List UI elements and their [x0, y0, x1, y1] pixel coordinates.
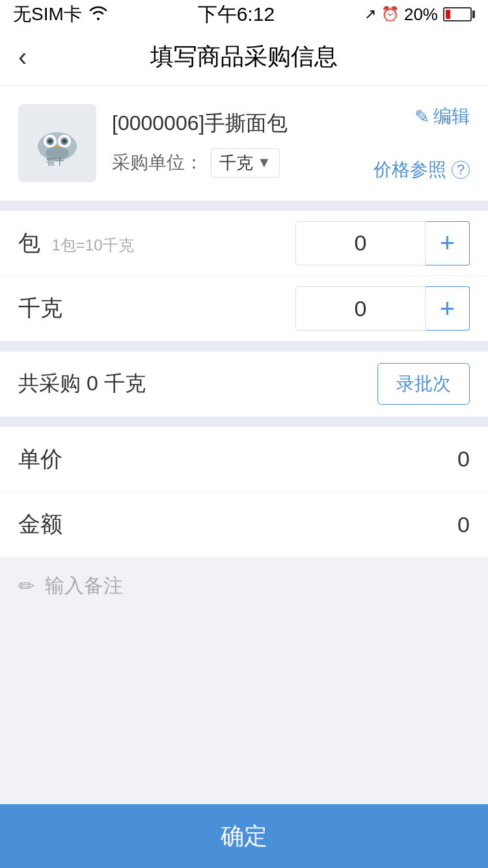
status-left: 无SIM卡 [13, 2, 108, 27]
bao-input-control: + [295, 221, 470, 265]
amount-value: 0 [457, 512, 470, 537]
summary-text: 共采购 0 千克 [18, 370, 146, 398]
bao-sublabel: 1包=10千克 [51, 236, 133, 254]
confirm-button[interactable]: 确定 [0, 804, 488, 868]
price-ref-button[interactable]: 价格参照 ? [373, 157, 470, 182]
back-button[interactable]: ‹ [18, 42, 27, 72]
separator-2 [0, 341, 488, 351]
status-time: 下午6:12 [198, 1, 275, 28]
amount-row: 金额 0 [0, 492, 488, 557]
unit-price-value: 0 [457, 446, 470, 472]
unit-label: 采购单位： [112, 150, 203, 175]
product-card: 智十 [0000006]手撕面包 采购单位： 千克 ▼ ✎ 编辑 价格参照 ? [0, 86, 488, 200]
kg-number-input[interactable] [295, 286, 426, 331]
summary-row: 共采购 0 千克 录批次 [0, 351, 488, 416]
battery-percent: 20% [404, 5, 438, 25]
notes-placeholder: 输入备注 [45, 573, 123, 599]
price-ref-label: 价格参照 [373, 157, 446, 182]
unit-price-label: 单价 [18, 444, 62, 474]
notes-icon: ✏ [18, 575, 34, 597]
dropdown-arrow-icon: ▼ [257, 154, 271, 171]
price-section: 单价 0 金额 0 [0, 427, 488, 557]
separator-1 [0, 200, 488, 211]
kg-plus-button[interactable]: + [426, 286, 470, 331]
separator-3 [0, 416, 488, 427]
svg-point-6 [62, 139, 66, 143]
bao-plus-button[interactable]: + [426, 221, 470, 265]
unit-price-row: 单价 0 [0, 427, 488, 492]
edit-button[interactable]: ✎ 编辑 [414, 104, 470, 129]
nav-bar: ‹ 填写商品采购信息 [0, 29, 488, 86]
amount-label: 金额 [18, 509, 62, 539]
svg-text:智十: 智十 [46, 156, 64, 166]
svg-point-5 [48, 139, 52, 143]
input-section: 包 1包=10千克 + 千克 + [0, 211, 488, 341]
carrier-label: 无SIM卡 [13, 2, 82, 27]
content-spacer [0, 615, 488, 797]
info-icon: ? [452, 161, 470, 179]
bao-number-input[interactable] [295, 221, 426, 265]
summary-section: 共采购 0 千克 录批次 [0, 351, 488, 416]
edit-icon: ✎ [414, 106, 429, 128]
location-icon: ↗ [364, 6, 376, 23]
batch-button[interactable]: 录批次 [377, 363, 470, 405]
status-bar: 无SIM卡 下午6:12 ↗ ⏰ 20% [0, 0, 488, 29]
unit-selector[interactable]: 千克 ▼ [211, 148, 280, 178]
bao-input-row: 包 1包=10千克 + [0, 211, 488, 276]
product-image: 智十 [18, 104, 96, 182]
edit-label: 编辑 [433, 104, 470, 129]
status-right: ↗ ⏰ 20% [364, 5, 475, 25]
kg-label: 千克 [18, 293, 295, 323]
kg-input-row: 千克 + [0, 276, 488, 341]
alarm-icon: ⏰ [381, 6, 399, 23]
battery-icon [443, 7, 475, 21]
bao-label: 包 1包=10千克 [18, 228, 295, 258]
unit-value: 千克 [219, 152, 253, 174]
wifi-icon [88, 4, 108, 25]
notes-section[interactable]: ✏ 输入备注 [0, 557, 488, 615]
kg-input-control: + [295, 286, 470, 331]
page-title: 填写商品采购信息 [150, 41, 338, 73]
